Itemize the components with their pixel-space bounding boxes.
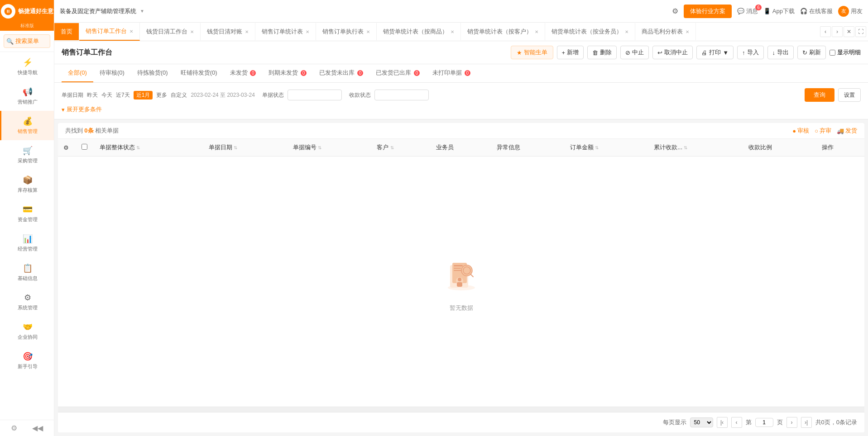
online-service-item[interactable]: 🎧 在线客服: [800, 7, 833, 15]
date-sort-icon[interactable]: ⇅: [234, 145, 237, 150]
tab-sales-exec[interactable]: 销售订单执行表 ✕: [316, 23, 377, 40]
tab-sales-summary-staff[interactable]: 销货单统计表（按业务员） ✕: [545, 23, 635, 40]
first-page-btn[interactable]: |‹: [717, 417, 728, 428]
tab-close-sales-exec[interactable]: ✕: [366, 29, 370, 34]
sidebar-item-quick-nav[interactable]: ⚡ 快捷导航: [0, 52, 54, 81]
sub-tab-pending-review[interactable]: 待审核(0): [93, 64, 131, 82]
settings-gear-icon[interactable]: ⚙: [672, 7, 678, 15]
column-settings-icon[interactable]: ⚙: [63, 144, 69, 151]
sidebar-item-basic-info[interactable]: 📋 基础信息: [0, 258, 54, 287]
abandon-review-btn[interactable]: ○ 弃审: [815, 127, 831, 135]
checkbox-col-header: [76, 139, 94, 156]
sidebar-item-guide[interactable]: 🎯 新手引导: [0, 346, 54, 375]
user-item[interactable]: 友 用友: [838, 6, 863, 17]
sales-exec-tab-label: 销售订单执行表: [322, 28, 364, 36]
expand-label: 展开更多条件: [67, 105, 102, 114]
app-download-item[interactable]: 📱 App下载: [763, 7, 795, 15]
tab-expand-btn[interactable]: ⛶: [855, 26, 866, 37]
sub-tab-shipped-not-out[interactable]: 已发货未出库 0: [313, 64, 369, 82]
tab-close-product-margin[interactable]: ✕: [686, 29, 689, 34]
sidebar-item-purchase[interactable]: 🛒 采购管理: [0, 140, 54, 170]
sidebar-item-inventory[interactable]: 📦 库存核算: [0, 170, 54, 199]
review-btn[interactable]: ● 审核: [792, 127, 809, 135]
collapse-btn[interactable]: ◀◀: [32, 424, 43, 432]
date-opt-custom[interactable]: 自定义: [171, 91, 187, 99]
sub-tab-not-shipped[interactable]: 未发货 0: [224, 64, 263, 82]
sub-tab-expired-not-shipped[interactable]: 到期未发货 0: [262, 64, 313, 82]
show-detail-checkbox[interactable]: [830, 50, 835, 56]
sub-tab-wangpu[interactable]: 旺铺待发货(0): [174, 64, 224, 82]
sub-tab-not-printed[interactable]: 未打印单据 0: [426, 64, 477, 82]
tab-cash-reconcile[interactable]: 钱货日清对账 ✕: [201, 23, 255, 40]
tab-sales-stats[interactable]: 销售订单统计表 ✕: [255, 23, 316, 40]
ship-label: 发货: [845, 127, 857, 135]
prev-page-btn[interactable]: ‹: [731, 417, 742, 428]
show-detail-label[interactable]: 显示明细: [830, 48, 861, 57]
amount-sort-icon[interactable]: ⇅: [595, 145, 599, 150]
tab-close-sales-workbench[interactable]: ✕: [129, 29, 133, 34]
delete-btn[interactable]: 🗑 删除: [587, 46, 617, 59]
sidebar-item-system[interactable]: ⚙ 系统管理: [0, 287, 54, 317]
add-btn[interactable]: + 新增: [557, 46, 584, 59]
collected-sort-icon[interactable]: ⇅: [684, 145, 687, 150]
per-page-select[interactable]: 50 100 200: [690, 417, 713, 427]
smart-create-btn[interactable]: ★ 智能生单: [511, 46, 553, 59]
export-btn[interactable]: ↓ 导出: [767, 46, 794, 59]
tab-sales-summary-customer[interactable]: 销货单统计表（按客户） ✕: [461, 23, 545, 40]
import-btn[interactable]: ↑ 导入: [737, 46, 764, 59]
message-badge: 6: [755, 5, 762, 10]
tab-close-all-btn[interactable]: ✕: [844, 26, 854, 37]
ship-btn[interactable]: 🚚 发货: [837, 127, 857, 135]
sub-tab-all[interactable]: 全部(0): [62, 64, 93, 82]
stop-btn[interactable]: ⊘ 中止: [620, 46, 649, 59]
tab-close-cash-reconcile[interactable]: ✕: [245, 29, 249, 34]
date-opt-today[interactable]: 今天: [101, 91, 112, 99]
message-item[interactable]: 💬 消息 6: [737, 7, 758, 15]
payment-select[interactable]: [374, 90, 429, 100]
print-label: 打印: [709, 48, 721, 57]
status-sort-icon[interactable]: ⇅: [136, 145, 140, 150]
search-menu-btn[interactable]: 🔍 搜索菜单: [4, 34, 50, 48]
refresh-btn[interactable]: ↻ 刷新: [797, 46, 826, 59]
tab-next-btn[interactable]: ›: [832, 26, 843, 37]
tab-close-sales-summary-customer[interactable]: ✕: [535, 29, 538, 34]
tab-prev-btn[interactable]: ‹: [820, 26, 831, 37]
tab-sales-workbench[interactable]: 销售订单工作台 ✕: [79, 23, 140, 41]
customer-col-label: 客户: [377, 144, 388, 151]
tab-close-sales-stats[interactable]: ✕: [306, 29, 309, 34]
industry-btn[interactable]: 体验行业方案: [684, 5, 732, 18]
sub-tab-shipped-out[interactable]: 已发货已出库 0: [369, 64, 426, 82]
settings-bottom-btn[interactable]: ⚙: [11, 424, 17, 432]
sub-tab-pending-inspect[interactable]: 待拣验货(0): [131, 64, 174, 82]
date-opt-7days[interactable]: 近7天: [116, 91, 130, 99]
date-opt-1month[interactable]: 近1月: [134, 91, 153, 100]
expand-filter-btn[interactable]: ▾ 展开更多条件: [62, 105, 102, 114]
sidebar-item-enterprise[interactable]: 🤝 企业协同: [0, 317, 54, 346]
select-all-checkbox[interactable]: [82, 144, 87, 150]
query-btn[interactable]: 查询: [805, 88, 834, 102]
next-page-btn[interactable]: ›: [786, 417, 797, 428]
tab-close-sales-summary-staff[interactable]: ✕: [625, 29, 628, 34]
last-page-btn[interactable]: ›|: [801, 417, 812, 428]
cancel-stop-btn[interactable]: ↩ 取消中止: [652, 46, 693, 59]
horizontal-scrollbar[interactable]: [58, 407, 864, 412]
svg-rect-5: [454, 270, 462, 271]
tab-cash-daily[interactable]: 钱货日清工作台 ✕: [140, 23, 201, 40]
print-btn[interactable]: 🖨 打印 ▼: [696, 46, 734, 59]
sidebar-item-sales[interactable]: 💰 销售管理: [0, 111, 54, 140]
status-select[interactable]: [288, 90, 342, 100]
tab-product-margin[interactable]: 商品毛利分析表 ✕: [635, 23, 696, 40]
number-sort-icon[interactable]: ⇅: [318, 145, 321, 150]
page-input[interactable]: [755, 418, 773, 427]
tab-sales-summary-product[interactable]: 销货单统计表（按商品） ✕: [377, 23, 461, 40]
date-opt-more[interactable]: 更多: [156, 91, 167, 99]
customer-sort-icon[interactable]: ⇅: [390, 145, 394, 150]
date-opt-yesterday[interactable]: 昨天: [87, 91, 98, 99]
filter-settings-btn[interactable]: 设置: [838, 88, 861, 102]
sidebar-item-finance[interactable]: 💳 资金管理: [0, 199, 54, 228]
tab-close-sales-summary-product[interactable]: ✕: [451, 29, 454, 34]
tab-close-cash-daily[interactable]: ✕: [190, 29, 194, 34]
sidebar-item-operation[interactable]: 📊 经营管理: [0, 228, 54, 258]
sidebar-item-marketing[interactable]: 📢 营销推广: [0, 81, 54, 111]
tab-home[interactable]: 首页: [54, 23, 79, 40]
